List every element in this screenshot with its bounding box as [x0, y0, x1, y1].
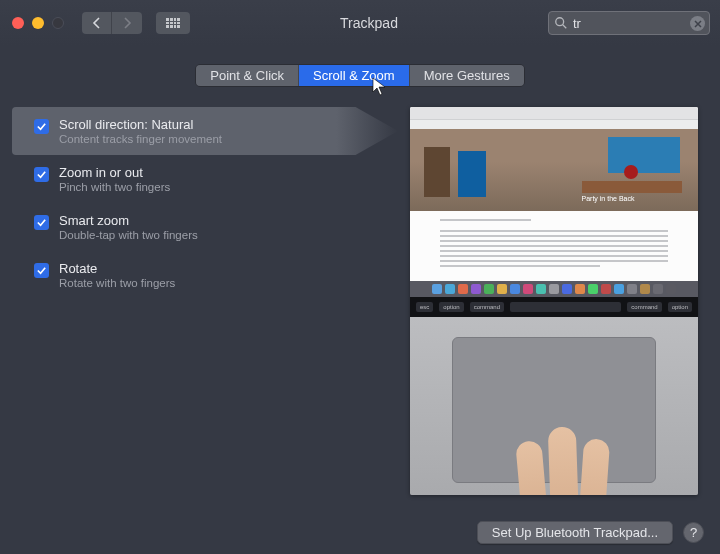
tab-bar: Point & Click Scroll & Zoom More Gesture… — [0, 64, 720, 87]
gesture-preview: Party in the Back — [410, 107, 698, 495]
footer: Set Up Bluetooth Trackpad... ? — [477, 521, 704, 544]
option-title: Zoom in or out — [59, 165, 170, 180]
tab-label: Scroll & Zoom — [313, 68, 395, 83]
option-title: Smart zoom — [59, 213, 198, 228]
option-title: Rotate — [59, 261, 175, 276]
setup-bluetooth-button[interactable]: Set Up Bluetooth Trackpad... — [477, 521, 673, 544]
svg-line-1 — [563, 25, 567, 29]
search-input[interactable] — [573, 16, 687, 31]
option-subtitle: Double-tap with two fingers — [59, 229, 198, 241]
window-controls — [12, 17, 64, 29]
chevron-left-icon — [92, 17, 102, 29]
preview-screen: Party in the Back — [410, 107, 698, 297]
checkbox[interactable] — [34, 167, 49, 182]
options-list: Scroll direction: Natural Content tracks… — [22, 107, 398, 495]
option-title: Scroll direction: Natural — [59, 117, 222, 132]
tab-more-gestures[interactable]: More Gestures — [410, 65, 524, 86]
checkbox[interactable] — [34, 215, 49, 230]
tab-point-click[interactable]: Point & Click — [196, 65, 299, 86]
tab-label: More Gestures — [424, 68, 510, 83]
help-button[interactable]: ? — [683, 522, 704, 543]
option-subtitle: Rotate with two fingers — [59, 277, 175, 289]
clear-search-button[interactable] — [690, 16, 705, 31]
tab-scroll-zoom[interactable]: Scroll & Zoom — [299, 65, 410, 86]
option-rotate[interactable]: Rotate Rotate with two fingers — [22, 251, 398, 299]
svg-point-0 — [556, 18, 564, 26]
preview-trackpad — [410, 317, 698, 495]
maximize-button — [52, 17, 64, 29]
option-scroll-direction[interactable]: Scroll direction: Natural Content tracks… — [12, 107, 398, 155]
minimize-button[interactable] — [32, 17, 44, 29]
checkbox[interactable] — [34, 119, 49, 134]
checkbox[interactable] — [34, 263, 49, 278]
close-icon — [694, 20, 702, 28]
toolbar: Trackpad — [0, 0, 720, 46]
option-zoom[interactable]: Zoom in or out Pinch with two fingers — [22, 155, 398, 203]
tab-label: Point & Click — [210, 68, 284, 83]
back-button[interactable] — [82, 12, 112, 34]
option-subtitle: Content tracks finger movement — [59, 133, 222, 145]
check-icon — [36, 169, 47, 180]
check-icon — [36, 121, 47, 132]
preview-touchbar: esc option command command option — [410, 297, 698, 317]
chevron-right-icon — [122, 17, 132, 29]
preview-dock — [410, 281, 698, 297]
show-all-button[interactable] — [156, 12, 190, 34]
search-field[interactable] — [548, 11, 710, 35]
content-area: Scroll direction: Natural Content tracks… — [0, 87, 720, 495]
option-smart-zoom[interactable]: Smart zoom Double-tap with two fingers — [22, 203, 398, 251]
option-subtitle: Pinch with two fingers — [59, 181, 170, 193]
preview-hero-title: Party in the Back — [558, 195, 658, 207]
search-icon — [554, 16, 568, 30]
preview-hand — [506, 347, 626, 495]
forward-button — [112, 12, 142, 34]
nav-buttons — [82, 12, 142, 34]
check-icon — [36, 265, 47, 276]
grid-icon — [166, 18, 180, 28]
check-icon — [36, 217, 47, 228]
close-button[interactable] — [12, 17, 24, 29]
window-title: Trackpad — [198, 15, 540, 31]
